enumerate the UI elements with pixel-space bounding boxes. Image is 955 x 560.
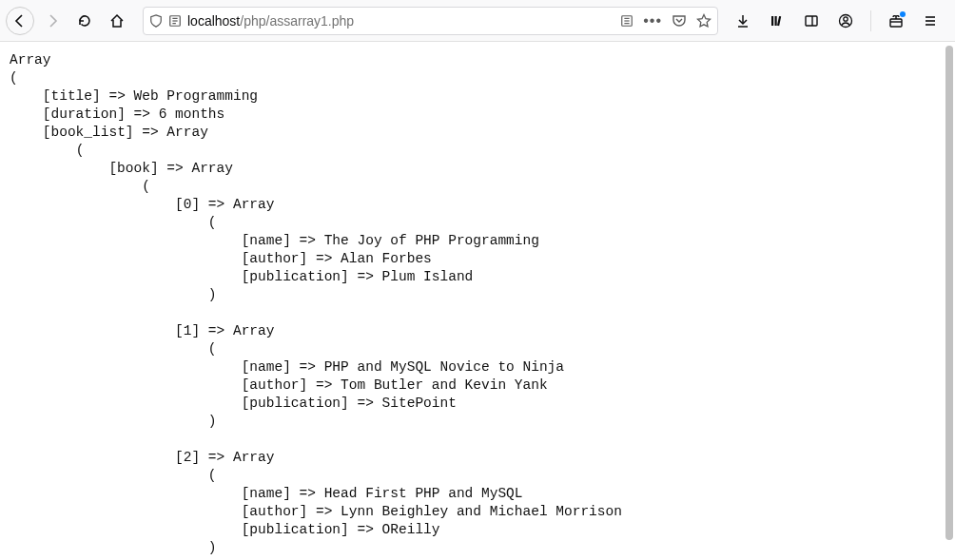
php-output: Array ( [title] => Web Programming [dura… xyxy=(0,42,955,560)
svg-rect-8 xyxy=(771,16,773,26)
identity-box[interactable] xyxy=(149,14,182,28)
downloads-button[interactable] xyxy=(730,8,756,34)
reload-button[interactable] xyxy=(70,7,99,35)
toolbar-right xyxy=(730,8,949,34)
forward-button[interactable] xyxy=(38,7,67,35)
shield-icon xyxy=(149,14,163,28)
home-button[interactable] xyxy=(103,7,131,35)
svg-point-14 xyxy=(844,16,848,20)
notification-dot-icon xyxy=(900,11,906,17)
page-info-icon xyxy=(168,14,182,28)
url-text: localhost/php/assarray1.php xyxy=(187,13,614,29)
pocket-icon[interactable] xyxy=(672,13,687,29)
reader-mode-icon[interactable] xyxy=(620,14,633,28)
svg-rect-10 xyxy=(777,15,781,25)
whats-new-button[interactable] xyxy=(883,8,909,34)
svg-rect-11 xyxy=(806,16,817,26)
svg-rect-9 xyxy=(775,16,777,26)
account-button[interactable] xyxy=(832,8,859,34)
back-button[interactable] xyxy=(6,7,34,35)
url-bar[interactable]: localhost/php/assarray1.php ••• xyxy=(143,7,718,35)
svg-rect-15 xyxy=(890,19,902,27)
sidebar-button[interactable] xyxy=(798,8,825,34)
page-viewport: Array ( [title] => Web Programming [dura… xyxy=(0,42,955,560)
app-menu-button[interactable] xyxy=(917,8,944,34)
bookmark-star-icon[interactable] xyxy=(696,13,711,29)
vertical-scrollbar[interactable] xyxy=(945,46,953,556)
browser-toolbar: localhost/php/assarray1.php ••• xyxy=(0,0,955,42)
library-button[interactable] xyxy=(764,8,790,34)
page-actions-menu-icon[interactable]: ••• xyxy=(643,12,662,29)
toolbar-separator xyxy=(870,10,871,31)
page-actions: ••• xyxy=(620,12,711,29)
scrollbar-thumb[interactable] xyxy=(945,46,953,540)
